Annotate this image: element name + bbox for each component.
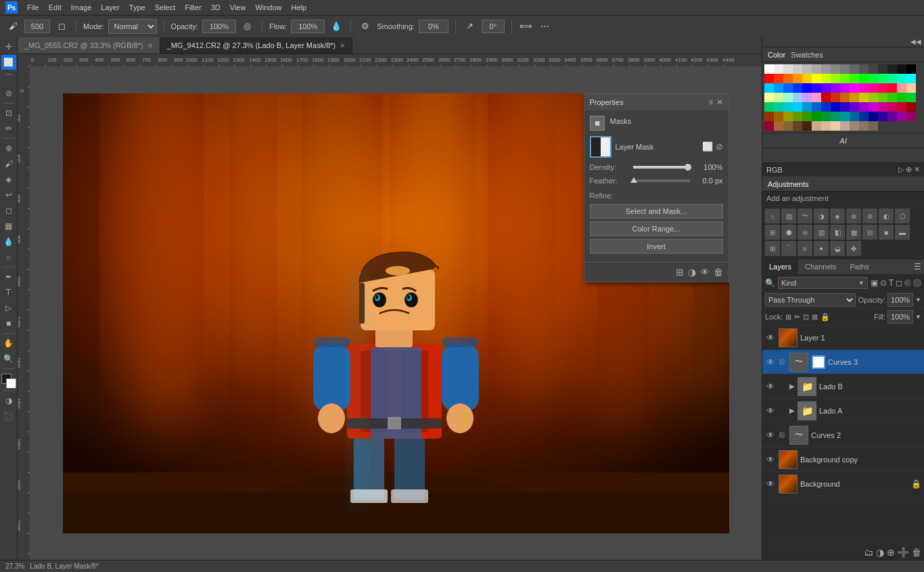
brush-size-input[interactable] [24,20,50,33]
menu-type[interactable]: Type [129,3,145,12]
layer-row[interactable]: 👁Layer 1 [762,326,924,350]
color-swatch-item[interactable] [878,112,887,121]
color-swatch-item[interactable] [774,121,783,131]
color-swatch-item[interactable] [821,121,831,131]
dodge-tool[interactable]: ○ [1,250,16,265]
color-swatch-item[interactable] [878,102,887,112]
adj-photo-filter[interactable]: ⬡ [895,208,910,223]
lock-artboard-icon[interactable]: ⊡ [803,313,809,322]
feather-handle[interactable] [630,177,637,183]
color-swatch-item[interactable] [906,93,916,102]
color-swatch-item[interactable] [812,112,821,121]
history-brush-tool[interactable]: ↩ [1,188,16,202]
menu-file[interactable]: File [27,3,39,12]
color-swatch-item[interactable] [878,83,887,93]
color-swatch-item[interactable] [821,83,831,93]
adj-color-lookup[interactable]: ⬢ [781,225,796,240]
new-fill-icon[interactable]: ⊕ [887,547,895,558]
menu-select[interactable]: Select [155,3,176,12]
adj-solid-color[interactable]: ■ [879,225,894,240]
props-icon-3[interactable]: 👁 [700,267,710,278]
color-swatch-item[interactable] [859,83,869,93]
hand-tool[interactable]: ✋ [1,336,16,351]
color-swatch-item[interactable] [850,93,859,102]
quick-mask-toggle[interactable]: ◑ [1,393,16,408]
color-swatch-item[interactable] [887,112,897,121]
adj-threshold[interactable]: ◧ [830,225,845,240]
color-swatch-item[interactable] [821,74,831,83]
color-swatch-item[interactable] [887,64,897,74]
color-swatch-item[interactable] [869,121,878,131]
filter-toggle[interactable] [913,279,921,287]
color-swatch-item[interactable] [831,121,840,131]
opacity-dropdown-icon[interactable]: ▼ [915,296,921,303]
color-swatch-item[interactable] [821,93,831,102]
opacity-input[interactable] [202,20,236,33]
layer-group-arrow[interactable]: ▶ [789,382,795,390]
color-swatch-item[interactable] [878,93,887,102]
color-swatch-item[interactable] [802,102,812,112]
clone-tool[interactable]: ◈ [1,172,16,187]
color-swatch-item[interactable] [793,102,802,112]
zoom-tool[interactable]: 🔍 [1,351,16,366]
color-swatch-item[interactable] [869,102,878,112]
adj-vibrance[interactable]: ◈ [830,208,845,223]
color-swatch-item[interactable] [878,74,887,83]
color-swatch-item[interactable] [764,64,774,74]
layer-visibility-icon[interactable]: 👁 [765,382,776,391]
layer-row[interactable]: 👁Background🔒 [762,472,924,496]
color-swatch-item[interactable] [821,64,831,74]
adj-brightness-contrast[interactable]: ☼ [765,208,780,223]
color-swatch-item[interactable] [850,102,859,112]
color-swatch-item[interactable] [793,112,802,121]
color-swatch-item[interactable] [840,64,850,74]
filter-adjustment-icon[interactable]: ⊙ [880,278,887,288]
tab-2[interactable]: _MG_9412.CR2 @ 27.3% (Lado B, Layer Mask… [160,37,353,53]
color-swatch-item[interactable] [869,74,878,83]
color-swatch-item[interactable] [764,121,774,131]
color-swatch-item[interactable] [802,93,812,102]
color-swatch-item[interactable] [859,64,869,74]
adj-hue-sat[interactable]: ⊛ [846,208,861,223]
color-swatch-item[interactable] [764,112,774,121]
collapse-panels-icon[interactable]: ◀◀ [910,38,921,45]
color-swatch-item[interactable] [869,112,878,121]
layer-row[interactable]: 👁Background copy [762,447,924,472]
color-swatch-item[interactable] [831,74,840,83]
color-swatch-item[interactable] [774,102,783,112]
filter-type-icon[interactable]: T [889,278,894,288]
color-swatch-item[interactable] [812,102,821,112]
canvas-inner[interactable]: Properties ≡ ✕ ◼ Masks [30,66,762,560]
filter-pixel-icon[interactable]: ▣ [871,278,878,288]
menu-filter[interactable]: Filter [185,3,201,12]
layer-row[interactable]: 👁⛓〜Curves 2 [762,423,924,447]
adj-posterize[interactable]: ▥ [814,225,829,240]
color-swatch-item[interactable] [783,121,793,131]
color-swatch-item[interactable] [869,83,878,93]
color-swatch-item[interactable] [831,83,840,93]
shape-tool[interactable]: ■ [1,316,16,331]
menu-view[interactable]: View [230,3,246,12]
adj-vibrance2[interactable]: ✤ [846,241,861,256]
props-icon-4[interactable]: 🗑 [714,267,723,278]
color-swatch-item[interactable] [764,83,774,93]
eraser-tool[interactable]: ◻ [1,203,16,218]
color-swatch-item[interactable] [774,112,783,121]
menu-3d[interactable]: 3D [211,3,221,12]
color-swatch-item[interactable] [850,64,859,74]
apply-mask-icon[interactable]: ⬜ [702,141,713,152]
background-color[interactable] [6,378,16,389]
angle-input[interactable] [482,20,505,33]
flow-input[interactable] [291,20,325,33]
layer-visibility-icon[interactable]: 👁 [765,455,776,464]
color-swatch-item[interactable] [897,83,906,93]
delete-layer-icon[interactable]: 🗑 [912,547,921,558]
color-swatch-item[interactable] [831,93,840,102]
adj-color-balance[interactable]: ⊜ [862,208,877,223]
brush-tool-icon[interactable]: 🖌 [5,19,20,34]
layer-visibility-icon[interactable]: 👁 [765,479,776,489]
gradient-tool[interactable]: ▦ [1,219,16,234]
color-swatch-item[interactable] [897,112,906,121]
layer-visibility-icon[interactable]: 👁 [765,357,776,367]
color-swatch-item[interactable] [812,83,821,93]
